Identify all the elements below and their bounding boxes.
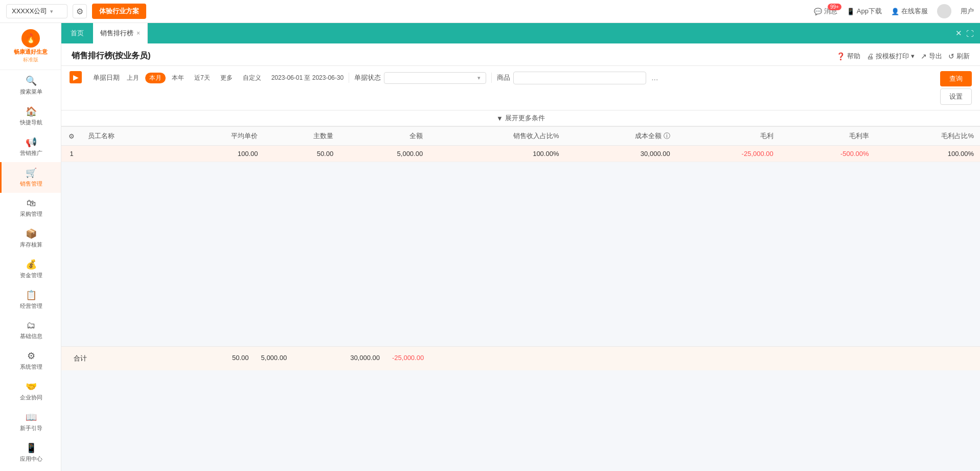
goods-more-btn[interactable]: ... bbox=[649, 71, 660, 84]
sidebar-item-operation[interactable]: 📋 经营管理 bbox=[0, 284, 61, 315]
footer-label: 合计 bbox=[67, 351, 185, 366]
app-download-btn[interactable]: 📱 App下载 bbox=[847, 7, 882, 16]
th-cost: 成本全额 ⓘ bbox=[565, 127, 676, 146]
goods-input[interactable] bbox=[513, 72, 646, 84]
sidebar-item-guide[interactable]: 📖 新手引导 bbox=[0, 407, 61, 437]
query-button[interactable]: 查询 bbox=[940, 71, 972, 86]
date-opt-this-month[interactable]: 本月 bbox=[145, 73, 166, 83]
top-bar: XXXXX公司 ▾ ⚙ 体验行业方案 💬 消息 99+ 📱 App下载 👤 在线… bbox=[0, 0, 980, 23]
tab-home[interactable]: 首页 bbox=[61, 23, 93, 43]
cell-main-qty: 50.00 bbox=[264, 146, 339, 162]
company-dropdown-arrow: ▾ bbox=[50, 8, 53, 15]
cell-avg-price: 100.00 bbox=[173, 146, 264, 162]
date-range-text: 2023-06-01 至 2023-06-30 bbox=[271, 74, 344, 82]
sidebar-item-wechat[interactable]: 💬 企业微信 bbox=[0, 468, 61, 471]
sidebar-item-quick-nav[interactable]: 🏠 快捷导航 bbox=[0, 101, 61, 131]
sidebar-item-label: 营销推广 bbox=[20, 149, 42, 157]
sidebar-item-finance[interactable]: 💰 资金管理 bbox=[0, 254, 61, 284]
marketing-icon: 📢 bbox=[26, 137, 37, 148]
settings-icon[interactable]: ⚙ bbox=[73, 4, 87, 18]
help-icon: ❓ bbox=[836, 52, 845, 60]
setting-button[interactable]: 设置 bbox=[940, 88, 972, 105]
trial-button[interactable]: 体验行业方案 bbox=[92, 4, 146, 19]
logo-icon: 🔥 bbox=[21, 29, 40, 48]
expand-down-icon: ▼ bbox=[496, 115, 503, 122]
status-select[interactable]: ▾ bbox=[384, 72, 486, 84]
tab-expand-btn[interactable]: ⛶ bbox=[966, 29, 974, 38]
date-filter-group: 单据日期 上月 本月 本年 近7天 更多 自定义 2023-06-01 至 20… bbox=[93, 73, 344, 83]
cell-sales-pct: 100.00% bbox=[429, 146, 565, 162]
appstore-icon: 📱 bbox=[26, 442, 37, 454]
table-header: ⚙ 员工名称 平均单价 主数量 全额 销售收入占比% 成本全额 ⓘ 毛利 毛利率… bbox=[61, 127, 980, 146]
page-body: 销售排行榜(按业务员) ❓ 帮助 🖨 按模板打印 ▾ ↗ bbox=[61, 43, 980, 471]
company-name: XXXXX公司 bbox=[12, 7, 47, 16]
page-title: 销售排行榜(按业务员) bbox=[72, 51, 151, 61]
export-icon: ↗ bbox=[921, 52, 927, 60]
sidebar-logo: 🔥 畅康通好生意 标准版 bbox=[0, 23, 61, 70]
operation-icon: 📋 bbox=[26, 289, 37, 301]
filter-divider-2 bbox=[491, 73, 492, 83]
export-btn[interactable]: ↗ 导出 bbox=[921, 52, 942, 61]
sidebar-item-label: 快捷导航 bbox=[20, 119, 42, 126]
date-opt-this-year[interactable]: 本年 bbox=[168, 73, 188, 83]
refresh-label: 刷新 bbox=[956, 52, 970, 61]
status-filter-group: 单据状态 ▾ bbox=[354, 72, 486, 84]
th-sales-pct: 销售收入占比% bbox=[429, 127, 565, 146]
sidebar-item-search[interactable]: 🔍 搜索菜单 bbox=[0, 70, 61, 101]
table-header-row: ⚙ 员工名称 平均单价 主数量 全额 销售收入占比% 成本全额 ⓘ 毛利 毛利率… bbox=[61, 127, 980, 146]
sidebar-item-basic[interactable]: 🗂 基础信息 bbox=[0, 315, 61, 345]
sidebar-item-label: 资金管理 bbox=[20, 272, 42, 279]
tab-sales-ranking[interactable]: 销售排行榜 × bbox=[93, 23, 148, 43]
service-icon: 👤 bbox=[891, 8, 899, 15]
message-icon: 💬 bbox=[814, 8, 822, 15]
th-main-qty: 主数量 bbox=[264, 127, 339, 146]
table-body: 1 100.00 50.00 5,000.00 100.00% 30,000.0… bbox=[61, 146, 980, 162]
export-label: 导出 bbox=[929, 52, 942, 61]
status-label: 单据状态 bbox=[354, 73, 381, 82]
date-opt-more[interactable]: 更多 bbox=[216, 73, 237, 83]
avatar[interactable] bbox=[937, 4, 951, 18]
refresh-icon: ↺ bbox=[948, 52, 954, 60]
sidebar-item-enterprise[interactable]: 🤝 企业协同 bbox=[0, 376, 61, 407]
sidebar-item-marketing[interactable]: 📢 营销推广 bbox=[0, 131, 61, 162]
footer-avg-price bbox=[185, 351, 226, 366]
message-btn[interactable]: 💬 消息 99+ bbox=[814, 7, 837, 16]
tab-label: 销售排行榜 bbox=[100, 29, 133, 38]
th-gross: 毛利 bbox=[676, 127, 780, 146]
online-service-btn[interactable]: 👤 在线客服 bbox=[891, 7, 928, 16]
sidebar-item-sales[interactable]: 🛒 销售管理 bbox=[0, 162, 61, 193]
th-gross-pct: 毛利占比% bbox=[875, 127, 980, 146]
date-opt-custom[interactable]: 自定义 bbox=[239, 73, 265, 83]
date-opt-prev-month[interactable]: 上月 bbox=[123, 73, 143, 83]
cell-gross-pct: 100.00% bbox=[875, 146, 980, 162]
filter-container: ▶ 单据日期 上月 本月 本年 近7天 更多 自定义 bbox=[61, 66, 980, 110]
expand-more-btn[interactable]: ▼ 展开更多条件 bbox=[496, 114, 545, 123]
date-label: 单据日期 bbox=[93, 73, 120, 82]
table-area: ⚙ 员工名称 平均单价 主数量 全额 销售收入占比% 成本全额 ⓘ 毛利 毛利率… bbox=[61, 126, 980, 162]
tab-close-window-btn[interactable]: ✕ bbox=[955, 29, 962, 38]
spacer bbox=[61, 162, 980, 346]
sidebar-item-appstore[interactable]: 📱 应用中心 bbox=[0, 437, 61, 468]
sidebar-item-label: 经营管理 bbox=[20, 302, 42, 310]
expand-arrow-btn[interactable]: ▶ bbox=[70, 71, 82, 83]
main-area: 🔥 畅康通好生意 标准版 🔍 搜索菜单 🏠 快捷导航 📢 营销推广 🛒 销售管理 bbox=[0, 23, 980, 471]
goods-filter-group: 商品 ... bbox=[497, 71, 660, 84]
content-area: 首页 销售排行榜 × ✕ ⛶ 销售排行榜(按业务员) ❓ bbox=[61, 23, 980, 471]
message-badge: 99+ bbox=[828, 4, 841, 10]
print-btn[interactable]: 🖨 按模板打印 ▾ bbox=[867, 52, 915, 61]
refresh-btn[interactable]: ↺ 刷新 bbox=[948, 52, 970, 61]
sidebar-item-system[interactable]: ⚙ 系统管理 bbox=[0, 345, 61, 376]
date-opt-7days[interactable]: 近7天 bbox=[190, 73, 214, 83]
th-settings[interactable]: ⚙ bbox=[61, 127, 82, 146]
tab-close-btn[interactable]: × bbox=[136, 30, 140, 37]
home-icon: 🏠 bbox=[26, 106, 37, 117]
date-options: 上月 本月 本年 近7天 更多 自定义 bbox=[123, 73, 265, 83]
footer-sales-pct bbox=[293, 351, 344, 366]
filter-actions: 查询 设置 bbox=[940, 71, 972, 105]
sidebar-item-inventory[interactable]: 📦 库存核算 bbox=[0, 223, 61, 254]
expand-more-row: ▼ 展开更多条件 bbox=[61, 110, 980, 126]
company-selector[interactable]: XXXXX公司 ▾ bbox=[6, 4, 67, 18]
sidebar-item-purchase[interactable]: 🛍 采购管理 bbox=[0, 193, 61, 223]
basic-icon: 🗂 bbox=[27, 320, 36, 331]
help-btn[interactable]: ❓ 帮助 bbox=[836, 52, 860, 61]
